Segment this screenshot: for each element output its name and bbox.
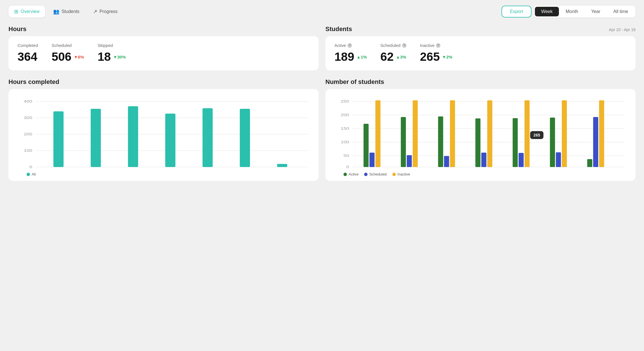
active-help-icon[interactable]: ? [347,43,352,48]
students-chart-title: Number of students [325,78,636,86]
svg-rect-33 [407,155,412,167]
svg-text:200: 200 [24,132,32,136]
tab-students-label: Students [62,9,79,14]
progress-icon: ↗ [93,8,97,15]
svg-rect-37 [450,100,455,167]
hours-card: Completed 364 Scheduled 506 ▼6% Skipped … [8,36,319,70]
overview-icon: ⊞ [14,8,18,15]
students-scheduled-label: Scheduled ? [381,43,407,48]
students-title: Students [325,25,352,33]
hours-skipped-value: 18 ▼30% [98,50,126,64]
svg-text:300: 300 [24,116,32,120]
legend-all-dot [27,173,30,176]
hours-completed-label: Completed [18,43,38,48]
hours-completed-value: 364 [18,50,38,64]
svg-text:100: 100 [24,149,32,152]
tab-students[interactable]: 👥 Students [47,6,85,18]
tab-progress[interactable]: ↗ Progress [87,6,123,18]
legend-all: All [27,172,36,176]
tab-overview-label: Overview [21,9,40,14]
svg-rect-35 [438,116,443,167]
legend-active-dot [343,173,347,176]
hours-section: Hours Completed 364 Scheduled 506 ▼6% Sk… [8,25,319,70]
legend-active: Active [343,172,358,176]
students-active: Active ? 189 ▲1% [334,43,367,64]
svg-rect-34 [413,100,418,167]
students-header: Students Apr 10 - Apr 16 [325,25,636,33]
students-inactive-label: Inactive ? [420,43,453,48]
stats-row: Hours Completed 364 Scheduled 506 ▼6% Sk… [8,25,636,70]
svg-text:0: 0 [29,165,32,169]
time-filter-alltime[interactable]: All time [607,7,634,16]
students-active-badge: ▲1% [356,55,367,59]
students-inactive-value: 265 ▼2% [420,50,453,64]
svg-text:0: 0 [346,165,349,169]
students-section: Students Apr 10 - Apr 16 Active ? 189 ▲1… [325,25,636,70]
svg-rect-40 [487,100,492,167]
legend-inactive-dot [392,173,396,176]
students-inactive-badge: ▼2% [442,55,453,59]
inactive-help-icon[interactable]: ? [436,43,440,48]
hours-scheduled-value: 506 ▼6% [52,50,84,64]
nav-right: Export Week Month Year All time [502,6,636,18]
students-inactive: Inactive ? 265 ▼2% [420,43,453,64]
svg-rect-47 [587,159,592,167]
svg-rect-48 [593,117,598,167]
svg-rect-32 [401,117,406,167]
students-scheduled-value: 62 ▲3% [381,50,407,64]
legend-scheduled: Scheduled [364,172,386,176]
svg-text:150: 150 [341,127,349,130]
time-filter-month[interactable]: Month [559,7,584,16]
hours-bar-4 [202,108,213,167]
hours-header: Hours [8,25,319,33]
svg-rect-29 [364,124,369,167]
hours-skipped: Skipped 18 ▼30% [98,43,126,64]
legend-scheduled-label: Scheduled [369,172,386,176]
svg-text:200: 200 [341,113,349,117]
time-filter-week[interactable]: Week [535,7,559,16]
export-button[interactable]: Export [502,6,531,18]
tab-overview[interactable]: ⊞ Overview [8,6,45,18]
svg-rect-44 [550,118,555,167]
students-scheduled: Scheduled ? 62 ▲3% [381,43,407,64]
hours-chart-legend: All [15,172,312,176]
nav-tabs: ⊞ Overview 👥 Students ↗ Progress [8,6,123,18]
students-chart-section: Number of students 250 200 150 100 50 0 [325,78,636,181]
svg-rect-45 [556,152,561,167]
svg-rect-41 [513,118,518,167]
students-chart-area: 250 200 150 100 50 0 [332,96,629,169]
hours-scheduled: Scheduled 506 ▼6% [52,43,84,64]
students-chart-card: 250 200 150 100 50 0 [325,89,636,181]
time-filter-year[interactable]: Year [585,7,606,16]
svg-text:400: 400 [24,99,32,103]
hours-chart-card: 400 300 200 100 0 [8,89,319,181]
time-filter: Week Month Year All time [534,6,636,18]
hours-completed: Completed 364 [18,43,38,64]
students-chart-legend: Active Scheduled Inactive [332,172,629,176]
hours-chart-area: 400 300 200 100 0 [15,96,312,169]
students-chart-svg: 250 200 150 100 50 0 [332,96,629,169]
legend-scheduled-dot [364,173,368,176]
legend-inactive-label: Inactive [397,172,410,176]
svg-rect-36 [444,156,449,167]
svg-text:100: 100 [341,140,349,144]
tab-progress-label: Progress [100,9,118,14]
students-card: Active ? 189 ▲1% Scheduled ? 62 ▲3% [325,36,636,70]
legend-inactive: Inactive [392,172,410,176]
hours-chart-section: Hours completed 400 300 200 100 0 [8,78,319,181]
hours-chart-title: Hours completed [8,78,319,86]
hours-scheduled-badge: ▼6% [74,55,84,59]
students-date-range: Apr 10 - Apr 16 [609,27,636,32]
svg-rect-30 [369,153,375,167]
charts-row: Hours completed 400 300 200 100 0 [8,78,636,181]
scheduled-help-icon[interactable]: ? [402,43,407,48]
hours-chart-svg: 400 300 200 100 0 [15,96,312,169]
hours-skipped-badge: ▼30% [113,55,126,59]
svg-rect-39 [481,153,486,167]
svg-rect-38 [476,118,481,167]
svg-rect-31 [375,100,381,167]
students-scheduled-badge: ▲3% [396,55,406,59]
svg-text:50: 50 [343,154,349,157]
hours-scheduled-label: Scheduled [52,43,84,48]
students-icon: 👥 [53,8,59,15]
